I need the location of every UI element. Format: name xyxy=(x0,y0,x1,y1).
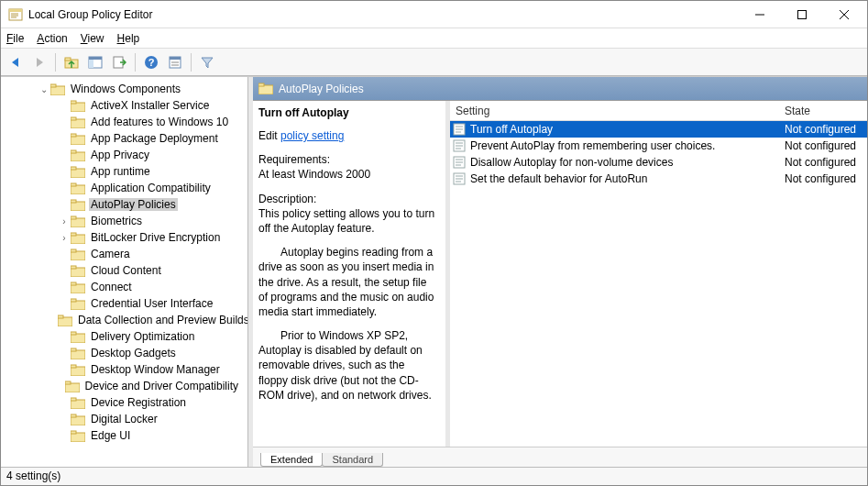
tree-label: BitLocker Drive Encryption xyxy=(89,231,222,244)
tree-item[interactable]: Data Collection and Preview Builds xyxy=(1,312,246,328)
app-icon xyxy=(8,7,23,22)
svg-rect-54 xyxy=(71,348,76,351)
tree-label: App Privacy xyxy=(89,149,151,161)
tree-label: Data Collection and Preview Builds xyxy=(76,314,248,326)
menu-file[interactable]: File xyxy=(6,32,24,45)
maximize-button[interactable] xyxy=(781,1,823,28)
tree-item[interactable]: Digital Locker xyxy=(1,411,246,427)
caret-down-icon[interactable]: ⌄ xyxy=(38,84,50,94)
menu-action[interactable]: Action xyxy=(37,32,67,45)
folder-icon xyxy=(71,249,85,260)
up-button[interactable] xyxy=(60,51,82,73)
setting-label: Set the default behavior for AutoRun xyxy=(470,172,785,185)
requirements: Requirements: At least Windows 2000 xyxy=(258,152,436,182)
tree-item[interactable]: ActiveX Installer Service xyxy=(1,97,246,114)
setting-label: Prevent AutoPlay from remembering user c… xyxy=(470,139,785,152)
setting-state: Not configured xyxy=(785,156,867,169)
svg-rect-36 xyxy=(71,200,76,203)
folder-icon xyxy=(71,364,85,376)
tree-label: Edge UI xyxy=(89,429,132,442)
svg-rect-44 xyxy=(71,266,76,269)
setting-row[interactable]: Set the default behavior for AutoRunNot … xyxy=(450,171,867,187)
setting-label: Turn off Autoplay xyxy=(470,123,785,136)
setting-row[interactable]: Prevent AutoPlay from remembering user c… xyxy=(450,138,867,154)
folder-icon xyxy=(71,265,85,277)
toolbar-separator xyxy=(135,53,136,72)
tree-item[interactable]: Connect xyxy=(1,279,246,295)
tree-item[interactable]: Add features to Windows 10 xyxy=(1,114,246,130)
caret-right-icon[interactable]: › xyxy=(58,233,71,243)
forward-button[interactable] xyxy=(28,51,50,73)
tree-item[interactable]: Cloud Content xyxy=(1,262,246,279)
tree-item[interactable]: Delivery Optimization xyxy=(1,328,246,345)
svg-rect-50 xyxy=(58,315,63,318)
tree-label: Connect xyxy=(89,281,134,293)
tree-item[interactable]: App Privacy xyxy=(1,147,246,163)
setting-icon xyxy=(452,122,467,137)
tree-label: Cloud Content xyxy=(89,264,163,277)
svg-rect-60 xyxy=(71,398,76,401)
tab-extended[interactable]: Extended xyxy=(260,453,323,467)
tree-item[interactable]: ›BitLocker Drive Encryption xyxy=(1,229,246,246)
svg-rect-56 xyxy=(71,365,76,368)
setting-row[interactable]: Turn off AutoplayNot configured xyxy=(450,121,867,138)
folder-icon xyxy=(71,282,85,293)
setting-state: Not configured xyxy=(785,139,867,152)
description-pane[interactable]: Turn off Autoplay Edit policy setting Re… xyxy=(253,101,445,447)
back-button[interactable] xyxy=(5,51,27,73)
tree-pane[interactable]: ⌄Windows ComponentsActiveX Installer Ser… xyxy=(1,77,248,467)
pane-title: AutoPlay Policies xyxy=(279,83,364,95)
svg-rect-30 xyxy=(71,150,76,153)
svg-rect-38 xyxy=(71,216,76,219)
tree-label: Windows Components xyxy=(69,83,182,95)
policy-setting-link[interactable]: policy setting xyxy=(280,129,344,142)
tree-label: AutoPlay Policies xyxy=(89,198,178,211)
tree-item[interactable]: App Package Deployment xyxy=(1,130,246,147)
tree-item[interactable]: Edge UI xyxy=(1,427,246,444)
tab-standard[interactable]: Standard xyxy=(322,453,383,467)
folder-icon xyxy=(71,397,85,409)
setting-row[interactable]: Disallow Autoplay for non-volume devices… xyxy=(450,154,867,171)
list-body: Turn off AutoplayNot configuredPrevent A… xyxy=(450,121,867,187)
tree-item[interactable]: App runtime xyxy=(1,163,246,180)
description-label: Description: xyxy=(258,193,316,205)
tree-label: App Package Deployment xyxy=(89,132,220,145)
caret-right-icon[interactable]: › xyxy=(58,216,71,226)
tree-item[interactable]: Desktop Window Manager xyxy=(1,361,246,378)
tree-item[interactable]: Credential User Interface xyxy=(1,295,246,312)
menu-view[interactable]: View xyxy=(81,32,104,45)
tree-item[interactable]: Device and Driver Compatibility xyxy=(1,378,246,394)
tree-item[interactable]: Application Compatibility xyxy=(1,180,246,196)
svg-rect-42 xyxy=(71,249,76,252)
properties-button[interactable] xyxy=(164,51,186,73)
folder-icon xyxy=(71,232,85,244)
tree-label: Digital Locker xyxy=(89,413,159,425)
svg-rect-64 xyxy=(71,431,76,434)
folder-icon xyxy=(71,182,85,194)
tree-item[interactable]: Camera xyxy=(1,246,246,262)
description-text-2: Autoplay begins reading from a drive as … xyxy=(258,245,436,319)
description-text-3: Prior to Windows XP SP2, Autoplay is dis… xyxy=(258,328,436,403)
col-setting[interactable]: Setting xyxy=(450,105,785,117)
tree-label: Desktop Gadgets xyxy=(89,347,178,359)
menu-help[interactable]: Help xyxy=(117,32,140,45)
tree-label: ActiveX Installer Service xyxy=(89,99,211,112)
settings-list-pane[interactable]: Setting State Turn off AutoplayNot confi… xyxy=(450,101,867,447)
setting-title: Turn off Autoplay xyxy=(258,106,436,119)
window-controls xyxy=(739,1,865,28)
export-button[interactable] xyxy=(108,51,130,73)
tree-item[interactable]: ›Biometrics xyxy=(1,213,246,229)
tree-item[interactable]: AutoPlay Policies xyxy=(1,196,246,213)
showhide-button[interactable] xyxy=(84,51,106,73)
tree-root-node[interactable]: ⌄Windows Components xyxy=(1,81,246,97)
tree-item[interactable]: Device Registration xyxy=(1,394,246,411)
help-button[interactable]: ? xyxy=(140,51,162,73)
setting-state: Not configured xyxy=(785,123,867,136)
close-button[interactable] xyxy=(823,1,865,28)
filter-button[interactable] xyxy=(196,51,218,73)
menubar: File Action View Help xyxy=(1,28,867,49)
tree-item[interactable]: Desktop Gadgets xyxy=(1,345,246,361)
col-state[interactable]: State xyxy=(785,105,867,117)
toolbar-separator xyxy=(191,53,192,72)
minimize-button[interactable] xyxy=(739,1,781,28)
